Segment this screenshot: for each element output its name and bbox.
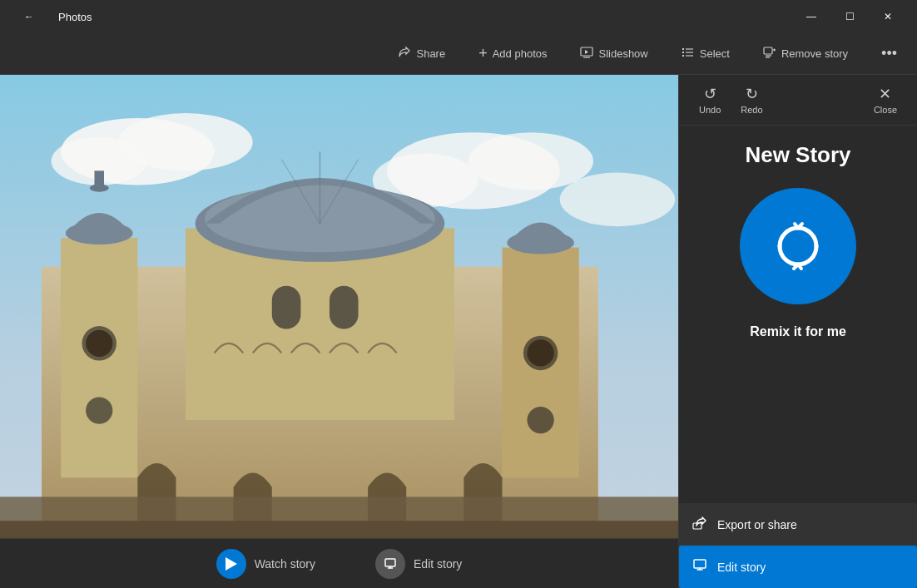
remix-button[interactable] [740, 188, 856, 304]
close-window-icon: ✕ [884, 11, 892, 22]
remove-story-icon [763, 46, 776, 62]
watch-story-icon [216, 549, 246, 579]
maximize-icon: ☐ [845, 11, 855, 22]
watch-story-label: Watch story [255, 557, 315, 571]
story-title: New Story [745, 142, 850, 168]
app-title: Photos [58, 11, 92, 23]
svg-rect-41 [0, 75, 678, 545]
edit-story-icon [375, 549, 405, 579]
bottom-bar: Watch story Edit story [0, 538, 678, 588]
remix-label: Remix it for me [750, 324, 846, 339]
window-controls: — ☐ ✕ [792, 0, 907, 33]
redo-button[interactable]: ↻ Redo [734, 82, 769, 118]
panel-content: New Story Remix it for me [679, 126, 917, 503]
slideshow-button[interactable]: Slideshow [573, 42, 654, 65]
remix-icon [767, 215, 830, 278]
side-panel: ↺ Undo ↻ Redo ✕ Close New Story [678, 75, 917, 588]
panel-actions: ↺ Undo ↻ Redo [692, 82, 770, 118]
svg-rect-5 [682, 48, 684, 50]
toolbar: Share + Add photos Slideshow Select [0, 33, 917, 75]
edit-story-panel-icon [692, 557, 707, 576]
close-window-button[interactable]: ✕ [869, 0, 907, 33]
export-share-label: Export or share [717, 518, 797, 531]
svg-rect-44 [694, 560, 706, 568]
slideshow-label: Slideshow [598, 47, 647, 60]
svg-rect-6 [682, 52, 684, 53]
redo-icon: ↻ [746, 85, 758, 103]
panel-close-label: Close [874, 105, 897, 115]
svg-rect-7 [682, 55, 684, 57]
more-options-button[interactable]: ••• [875, 42, 904, 66]
share-icon [398, 46, 411, 62]
edit-story-panel-label: Edit story [717, 561, 766, 574]
edit-story-panel-button[interactable]: Edit story [679, 546, 917, 588]
back-button[interactable]: ← [10, 0, 48, 33]
edit-story-bottom-label: Edit story [414, 557, 462, 571]
minimize-button[interactable]: — [792, 0, 830, 33]
main-area: 0:17 0:18 Watch story [0, 75, 917, 588]
export-share-button[interactable]: Export or share [679, 503, 917, 546]
panel-close-icon: ✕ [879, 85, 891, 103]
titlebar-left: ← Photos [10, 0, 92, 33]
share-label: Share [416, 47, 445, 60]
undo-icon: ↺ [704, 85, 716, 103]
watch-story-button[interactable]: Watch story [203, 542, 329, 586]
undo-label: Undo [699, 105, 721, 115]
back-icon: ← [24, 11, 34, 22]
maximize-button[interactable]: ☐ [830, 0, 869, 33]
svg-rect-42 [385, 559, 395, 566]
slideshow-icon [580, 46, 593, 62]
add-photos-button[interactable]: + Add photos [472, 42, 553, 66]
remove-story-label: Remove story [781, 47, 848, 60]
export-share-icon [692, 515, 707, 534]
video-container [0, 75, 678, 545]
undo-button[interactable]: ↺ Undo [692, 82, 727, 118]
select-label: Select [700, 47, 730, 60]
add-photos-label: Add photos [493, 47, 548, 60]
add-icon: + [478, 45, 488, 62]
select-icon [682, 46, 695, 62]
svg-rect-8 [764, 47, 772, 54]
video-area: 0:17 0:18 Watch story [0, 75, 678, 588]
panel-close-button[interactable]: ✕ Close [867, 82, 904, 118]
video-frame [0, 75, 678, 545]
remove-story-button[interactable]: Remove story [756, 42, 855, 65]
select-button[interactable]: Select [675, 42, 736, 65]
edit-story-bottom-button[interactable]: Edit story [362, 542, 475, 586]
minimize-icon: — [806, 11, 816, 22]
panel-header: ↺ Undo ↻ Redo ✕ Close [679, 75, 917, 126]
redo-label: Redo [741, 105, 762, 115]
share-button[interactable]: Share [391, 42, 452, 65]
titlebar: ← Photos — ☐ ✕ [0, 0, 917, 33]
